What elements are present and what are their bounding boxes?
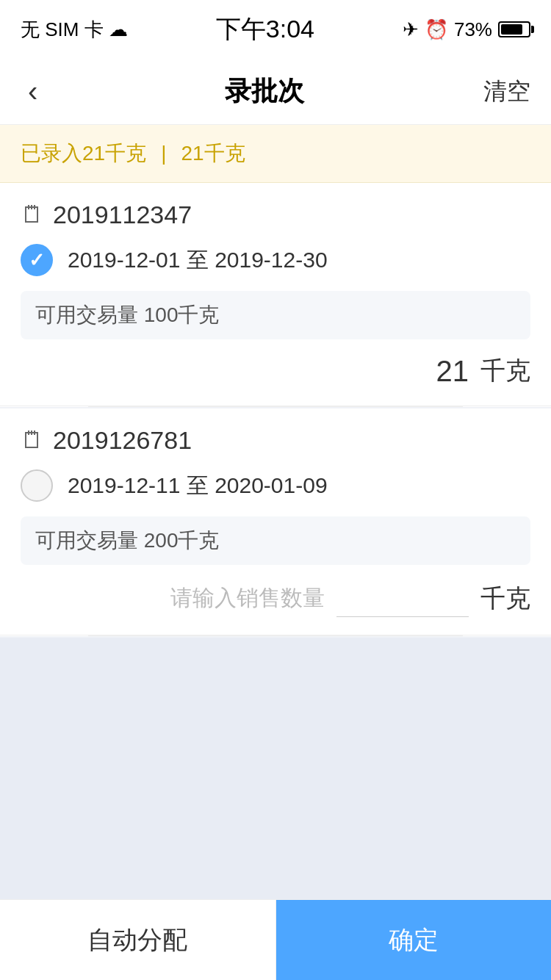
confirm-button[interactable]: 确定 <box>276 900 552 980</box>
status-bar: 无 SIM 卡 ☁ 下午3:04 ✈ ⏰ 73% <box>0 0 551 59</box>
batch-header-1: 🗒 2019112347 <box>0 183 551 237</box>
recorded-label: 已录入21千克 <box>21 140 146 167</box>
batch-available-2: 可用交易量 200千克 <box>21 516 530 565</box>
alarm-icon: ⏰ <box>425 18 448 41</box>
bottom-bar: 自动分配 确定 <box>0 899 551 980</box>
separator-1 <box>88 406 463 407</box>
batch-card-2: 🗒 2019126781 2019-12-11 至 2020-01-09 可用交… <box>0 408 551 636</box>
batch-value-1: 21 <box>436 355 469 388</box>
page-title: 录批次 <box>225 73 304 109</box>
status-left: 无 SIM 卡 ☁ <box>21 17 128 43</box>
status-right: ✈ ⏰ 73% <box>403 18 530 41</box>
nav-bar: ‹ 录批次 清空 <box>0 59 551 125</box>
separator-2 <box>88 635 463 636</box>
batch-date-row-1: 2019-12-01 至 2019-12-30 <box>0 237 551 284</box>
back-button[interactable]: ‹ <box>21 68 45 115</box>
sim-text: 无 SIM 卡 ☁ <box>21 17 128 43</box>
battery-icon <box>498 21 530 37</box>
batch-header-2: 🗒 2019126781 <box>0 408 551 462</box>
batch-card-1: 🗒 2019112347 2019-12-01 至 2019-12-30 可用交… <box>0 183 551 407</box>
location-icon: ✈ <box>403 18 419 41</box>
battery-percent: 73% <box>454 18 492 41</box>
batch-input-row-2: 请输入销售数量 千克 <box>0 565 551 635</box>
auto-distribute-button[interactable]: 自动分配 <box>0 900 276 980</box>
clear-button[interactable]: 清空 <box>483 76 530 108</box>
doc-icon-1: 🗒 <box>21 201 44 228</box>
batch-unit-1: 千克 <box>480 354 530 388</box>
batch-number-1: 2019112347 <box>53 201 192 229</box>
radio-1[interactable] <box>21 244 53 276</box>
batch-date-2: 2019-12-11 至 2020-01-09 <box>68 471 328 501</box>
batch-number-2: 2019126781 <box>53 426 192 455</box>
input-placeholder-2: 请输入销售数量 <box>21 583 325 613</box>
batch-input-row-1: 21 千克 <box>0 339 551 406</box>
batch-date-1: 2019-12-01 至 2019-12-30 <box>68 245 328 275</box>
summary-banner: 已录入21千克 | 21千克 <box>0 125 551 183</box>
batch-unit-2: 千克 <box>480 582 530 616</box>
summary-amount: 21千克 <box>181 140 245 167</box>
radio-2[interactable] <box>21 469 53 502</box>
batch-date-row-2: 2019-12-11 至 2020-01-09 <box>0 462 551 509</box>
batch-available-1: 可用交易量 100千克 <box>21 291 530 339</box>
quantity-input-2[interactable] <box>336 580 469 617</box>
status-time: 下午3:04 <box>216 12 314 46</box>
doc-icon-2: 🗒 <box>21 427 44 454</box>
summary-divider: | <box>161 142 166 165</box>
